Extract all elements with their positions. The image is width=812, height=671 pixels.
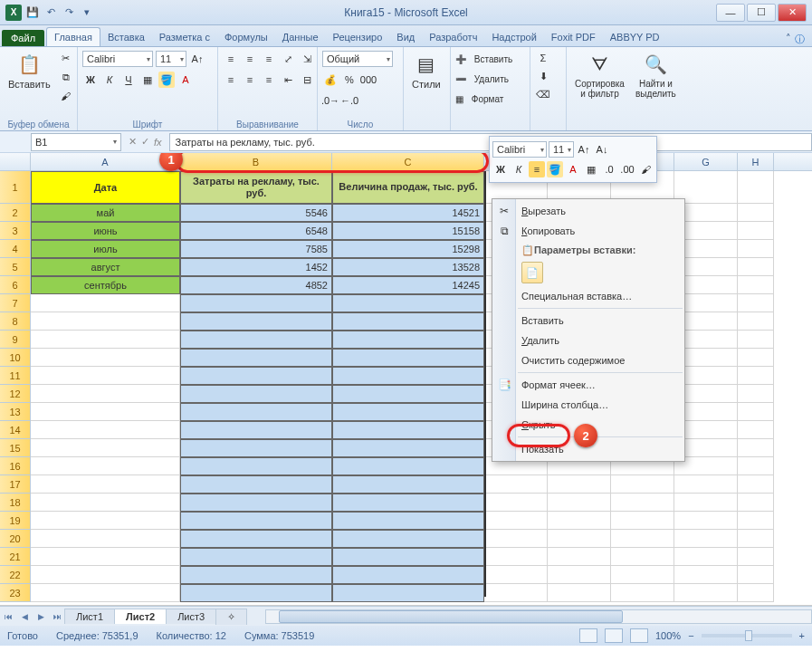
cell[interactable] <box>738 512 774 530</box>
cell[interactable] <box>180 512 332 530</box>
row-header-10[interactable]: 10 <box>0 349 31 367</box>
cell[interactable] <box>738 530 774 548</box>
cell[interactable] <box>738 548 774 566</box>
tab-foxit[interactable]: Foxit PDF <box>544 28 603 46</box>
cell[interactable] <box>738 385 774 403</box>
qat-redo-icon[interactable]: ↷ <box>62 5 76 20</box>
cell[interactable] <box>674 512 738 530</box>
cell[interactable] <box>548 512 611 530</box>
sheet-tab-3[interactable]: Лист3 <box>166 609 216 624</box>
cell[interactable] <box>548 494 611 512</box>
view-layout-icon[interactable] <box>605 628 623 643</box>
dec-decimal-icon[interactable]: ←.0 <box>341 92 358 109</box>
cell[interactable] <box>674 494 738 512</box>
row-header-12[interactable]: 12 <box>0 385 31 403</box>
cell[interactable] <box>180 494 332 512</box>
cell[interactable]: Дата <box>31 171 180 204</box>
cell[interactable] <box>31 385 180 403</box>
cell[interactable] <box>674 584 738 602</box>
cell[interactable] <box>180 475 332 494</box>
row-header-1[interactable]: 1 <box>0 171 31 204</box>
cell[interactable] <box>332 367 484 385</box>
cell[interactable] <box>31 475 180 494</box>
cell[interactable] <box>611 548 674 566</box>
cell[interactable] <box>31 421 180 439</box>
row-header-11[interactable]: 11 <box>0 367 31 385</box>
cell[interactable] <box>332 439 484 457</box>
cell[interactable] <box>180 403 332 421</box>
number-format-combo[interactable]: Общий <box>322 51 393 67</box>
mini-inc-dec[interactable]: .0 <box>601 161 617 177</box>
cell[interactable] <box>180 584 332 602</box>
cut-icon[interactable]: ✂ <box>58 50 74 66</box>
underline-button[interactable]: Ч <box>120 72 137 88</box>
cell[interactable] <box>31 439 180 457</box>
cell[interactable] <box>548 475 611 494</box>
row-header-2[interactable]: 2 <box>0 204 31 222</box>
cell[interactable] <box>180 294 332 312</box>
tab-data[interactable]: Данные <box>275 28 326 46</box>
tab-developer[interactable]: Разработч <box>422 28 484 46</box>
currency-icon[interactable]: 💰 <box>322 72 339 88</box>
clear-icon[interactable]: ⌫ <box>535 86 551 102</box>
ctx-hide[interactable]: Скрыть <box>492 415 684 435</box>
qat-save-icon[interactable]: 💾 <box>25 5 40 20</box>
cell[interactable] <box>332 403 484 421</box>
cell[interactable] <box>332 457 484 475</box>
sheet-tab-2[interactable]: Лист2 <box>114 609 167 624</box>
inc-decimal-icon[interactable]: .0→ <box>322 92 339 109</box>
mini-bold[interactable]: Ж <box>492 161 509 177</box>
mini-fontcolor[interactable]: A <box>565 161 581 177</box>
cell[interactable] <box>611 530 674 548</box>
cell[interactable] <box>180 349 332 367</box>
cell[interactable] <box>180 385 332 403</box>
cell[interactable] <box>674 566 738 584</box>
cell[interactable] <box>332 584 484 602</box>
cell[interactable]: 13528 <box>332 258 484 276</box>
col-header-h[interactable]: H <box>738 153 774 170</box>
cell[interactable] <box>611 475 674 494</box>
cell[interactable] <box>332 475 484 494</box>
cell[interactable] <box>674 530 738 548</box>
tab-abbyy[interactable]: ABBYY PD <box>603 28 667 46</box>
cell[interactable] <box>332 548 484 566</box>
cell[interactable] <box>332 566 484 584</box>
cell[interactable] <box>31 457 180 475</box>
cell[interactable]: май <box>31 204 180 222</box>
row-header-3[interactable]: 3 <box>0 222 31 240</box>
cell[interactable]: 4852 <box>180 276 332 294</box>
cell[interactable] <box>332 349 484 367</box>
cells-delete[interactable]: ➖ Удалить <box>455 70 509 88</box>
format-painter-icon[interactable]: 🖌 <box>58 88 74 104</box>
font-name-combo[interactable]: Calibri <box>82 51 153 67</box>
cell[interactable] <box>332 294 484 312</box>
horizontal-scrollbar[interactable] <box>265 609 812 624</box>
cell[interactable] <box>738 421 774 439</box>
mini-fill[interactable]: 🪣 <box>547 161 563 177</box>
tab-file[interactable]: Файл <box>2 30 44 46</box>
cell[interactable] <box>332 385 484 403</box>
ctx-copy[interactable]: ⧉Копировать <box>492 221 684 241</box>
tab-view[interactable]: Вид <box>389 28 422 46</box>
cell[interactable] <box>484 548 548 566</box>
cell[interactable] <box>484 566 548 584</box>
cell[interactable]: 6548 <box>180 222 332 240</box>
orientation-icon[interactable]: ⤢ <box>280 51 296 67</box>
cell[interactable]: 15298 <box>332 240 484 258</box>
tab-review[interactable]: Рецензиро <box>326 28 390 46</box>
maximize-button[interactable]: ☐ <box>747 4 776 22</box>
sheet-nav-last[interactable]: ⏭ <box>49 609 65 625</box>
cell[interactable] <box>31 312 180 331</box>
cell[interactable] <box>332 312 484 331</box>
cell[interactable] <box>484 475 548 494</box>
tab-formulas[interactable]: Формулы <box>217 28 275 46</box>
zoom-in-icon[interactable]: + <box>799 630 805 641</box>
row-header-5[interactable]: 5 <box>0 258 31 276</box>
bold-button[interactable]: Ж <box>82 72 99 88</box>
ctx-cut[interactable]: ✂Вырезать <box>492 201 684 221</box>
name-box[interactable]: B1 <box>31 133 121 151</box>
cell[interactable] <box>674 548 738 566</box>
row-header-21[interactable]: 21 <box>0 548 31 566</box>
align-right-icon[interactable]: ≡ <box>261 72 277 88</box>
minimize-button[interactable]: — <box>716 4 745 22</box>
